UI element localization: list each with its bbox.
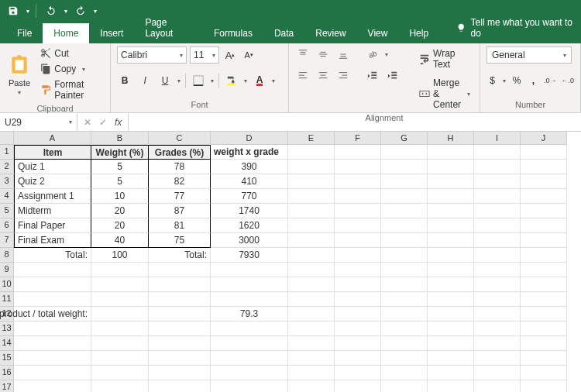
cell[interactable] — [474, 218, 521, 233]
tab-file[interactable]: File — [6, 23, 43, 43]
tab-review[interactable]: Review — [304, 23, 356, 43]
number-format-select[interactable]: General▾ — [486, 46, 572, 64]
cell[interactable] — [474, 145, 521, 160]
cell[interactable]: 20 — [91, 204, 149, 218]
cell[interactable] — [428, 380, 474, 392]
accounting-format-icon[interactable]: $ — [486, 73, 498, 88]
cell[interactable] — [288, 351, 335, 366]
cell[interactable] — [335, 380, 381, 392]
cell[interactable] — [521, 160, 567, 174]
cell[interactable] — [428, 248, 474, 263]
cell[interactable] — [381, 174, 428, 189]
cell[interactable] — [211, 277, 288, 292]
row-header[interactable]: 17 — [0, 380, 14, 392]
cell[interactable] — [288, 292, 335, 307]
tab-view[interactable]: View — [357, 23, 399, 43]
cell[interactable] — [14, 292, 91, 307]
cell[interactable] — [521, 263, 567, 277]
cell[interactable] — [335, 189, 381, 204]
row-header[interactable]: 14 — [0, 336, 14, 351]
tab-page-layout[interactable]: Page Layout — [134, 12, 203, 43]
cell[interactable] — [211, 351, 288, 366]
cell[interactable]: Assignment 1 — [14, 189, 91, 204]
cell[interactable] — [211, 336, 288, 351]
cell[interactable] — [335, 307, 381, 322]
cell[interactable] — [428, 366, 474, 380]
select-all-corner[interactable] — [0, 132, 14, 145]
orientation-icon[interactable]: ab — [365, 46, 380, 62]
cell[interactable] — [474, 174, 521, 189]
align-left-icon[interactable] — [295, 68, 311, 84]
cell[interactable] — [149, 380, 211, 392]
cell[interactable]: Total: — [149, 248, 211, 263]
cell[interactable]: Total: — [14, 248, 91, 263]
cell[interactable] — [521, 204, 567, 218]
cell[interactable] — [335, 366, 381, 380]
cell[interactable]: 75 — [149, 233, 211, 248]
cell[interactable] — [14, 380, 91, 392]
align-center-icon[interactable] — [315, 68, 331, 84]
cell[interactable] — [288, 263, 335, 277]
cell[interactable] — [428, 351, 474, 366]
comma-format-icon[interactable]: , — [528, 73, 539, 88]
decrease-decimal-icon[interactable]: ←.0 — [562, 73, 575, 88]
row-header[interactable]: 5 — [0, 204, 14, 218]
column-header[interactable]: F — [335, 132, 381, 145]
cell[interactable] — [14, 336, 91, 351]
cell[interactable] — [474, 189, 521, 204]
cell[interactable] — [335, 263, 381, 277]
cell[interactable]: 78 — [149, 160, 211, 174]
increase-font-icon[interactable]: A▴ — [222, 47, 238, 63]
cell[interactable] — [335, 248, 381, 263]
column-header[interactable]: G — [381, 132, 428, 145]
cell[interactable] — [381, 307, 428, 322]
cell[interactable] — [428, 174, 474, 189]
cell[interactable] — [381, 204, 428, 218]
wrap-text-button[interactable]: Wrap Text — [416, 46, 473, 71]
cell[interactable] — [335, 145, 381, 160]
cell[interactable] — [474, 366, 521, 380]
decrease-font-icon[interactable]: A▾ — [241, 47, 256, 63]
row-header[interactable]: 4 — [0, 189, 14, 204]
cell[interactable] — [521, 292, 567, 307]
cell[interactable] — [428, 189, 474, 204]
cell[interactable] — [149, 263, 211, 277]
cell[interactable] — [14, 263, 91, 277]
cell[interactable] — [381, 248, 428, 263]
row-header[interactable]: 9 — [0, 263, 14, 277]
cell[interactable] — [149, 336, 211, 351]
cell[interactable] — [381, 218, 428, 233]
cell[interactable] — [288, 204, 335, 218]
cell[interactable]: 10 — [91, 189, 149, 204]
cell[interactable] — [428, 277, 474, 292]
column-header[interactable]: J — [521, 132, 567, 145]
cell[interactable] — [91, 351, 149, 366]
tab-data[interactable]: Data — [263, 23, 304, 43]
cell[interactable] — [211, 263, 288, 277]
underline-button[interactable]: U — [157, 73, 173, 88]
cell[interactable]: 390 — [211, 160, 288, 174]
cell[interactable] — [428, 233, 474, 248]
tab-home[interactable]: Home — [43, 23, 89, 43]
cell[interactable] — [14, 322, 91, 336]
cell[interactable]: 5 — [91, 160, 149, 174]
row-header[interactable]: 7 — [0, 233, 14, 248]
cell[interactable] — [521, 336, 567, 351]
row-header[interactable]: 1 — [0, 145, 14, 160]
column-header[interactable]: C — [149, 132, 211, 145]
increase-decimal-icon[interactable]: .0→ — [544, 73, 557, 88]
cell[interactable] — [428, 160, 474, 174]
cell[interactable] — [211, 322, 288, 336]
cell[interactable] — [14, 366, 91, 380]
align-bottom-icon[interactable] — [335, 46, 351, 62]
cell[interactable] — [428, 292, 474, 307]
cell[interactable] — [288, 145, 335, 160]
cell[interactable] — [335, 174, 381, 189]
cell[interactable] — [149, 292, 211, 307]
cell[interactable] — [474, 351, 521, 366]
cell[interactable]: Grades (%) — [149, 145, 211, 160]
cell[interactable] — [288, 307, 335, 322]
cell[interactable]: 20 — [91, 218, 149, 233]
cell[interactable] — [149, 277, 211, 292]
column-header[interactable]: B — [91, 132, 149, 145]
